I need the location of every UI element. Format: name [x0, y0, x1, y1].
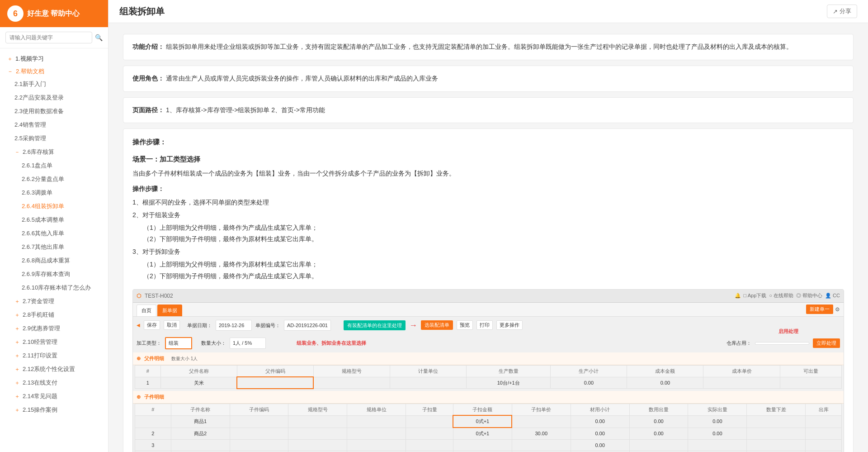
sidebar-item-2-6-7[interactable]: 2.6.7其他出库单	[0, 240, 108, 254]
sidebar-header: 6 好生意 帮助中心	[0, 0, 108, 27]
steps-label: 操作步骤：	[132, 184, 844, 195]
ss-th-available: 可出量	[780, 365, 841, 377]
ss-form-row-1: ◀ 保存 取消 单据日期： 2019-12-26 单据编号： AD-201912…	[133, 317, 844, 335]
ss-icon-apps: □ App下载	[744, 291, 767, 300]
minus-icon: －	[7, 67, 13, 76]
table-row: 1 关米 10台/+1台 0.00 0.00	[135, 377, 842, 389]
ops-label: 操作步骤：	[132, 136, 844, 148]
sidebar-item-2-6-3[interactable]: 2.6.3调拨单	[0, 186, 108, 200]
ss-icon-user: 👤 CC	[825, 291, 840, 300]
ss-icon-flag: 🔔	[735, 291, 741, 300]
ss-qty-value: 1人 / 5%	[230, 338, 266, 349]
page-title: 组装拆卸单	[119, 5, 165, 18]
sidebar-item-2-6-5[interactable]: 2.6.5成本调整单	[0, 213, 108, 227]
sidebar-item-2-6[interactable]: － 2.6库存核算	[0, 145, 108, 159]
sidebar-item-2-14[interactable]: ＋ 2.14常见问题	[0, 390, 108, 403]
role-card: 使用角色： 通常由生产人员或库管人员完成拆装业务的操作，库管人员确认原材料的出库…	[123, 66, 854, 92]
ss-th-spec: 规格型号	[313, 365, 390, 377]
ss-warehouse-label: 仓库占用：	[726, 339, 751, 347]
sidebar-item-2-6-4[interactable]: 2.6.4组装拆卸单	[0, 200, 108, 213]
sidebar-item-2-10[interactable]: ＋ 2.10经营管理	[0, 335, 108, 349]
sidebar-item-1[interactable]: ＋ 1.视频学习	[0, 52, 108, 66]
sidebar-item-2-6-8[interactable]: 2.6.8商品成本重算	[0, 254, 108, 267]
intro-card: 功能介绍： 组装拆卸单用来处理企业组装或拆卸等加工业务，支持有固定装配清单的产品…	[123, 34, 854, 60]
scene1-desc: 当由多个子件材料组装成一个成品的业务为【组装】业务，当由一个父件拆分成多个子产品…	[132, 168, 844, 179]
role-label: 使用角色：	[132, 75, 164, 82]
ss-icon-help: ○ 在线帮助	[769, 291, 793, 300]
step2-2: （2）下部明细为子件明细，最终作为原材料生成某它出库单。	[132, 234, 844, 245]
sidebar: 6 好生意 帮助中心 🔍 ＋ 1.视频学习 － 2.帮助文档 2.1新手入门 2…	[0, 0, 108, 452]
sidebar-item-2-6-10[interactable]: 2.6.10库存账本错了怎么办	[0, 281, 108, 295]
share-button[interactable]: ↗ 分享	[827, 5, 857, 18]
ss-child-section: ⊕ 子件明细	[133, 391, 844, 404]
intro-text: 组装拆卸单用来处理企业组装或拆卸等加工业务，支持有固定装配清单的产品加工业务，也…	[166, 43, 793, 50]
sidebar-item-2-6-2[interactable]: 2.6.2分量盘点单	[0, 172, 108, 186]
ss-date-label: 单据日期：	[187, 321, 212, 330]
table-row: 30.00	[135, 439, 842, 451]
ss-orderid-value: AD-20191226-001	[284, 320, 331, 331]
search-button[interactable]: 🔍	[95, 34, 103, 41]
ss-qty-label: 数量大小：	[201, 339, 226, 347]
minus-icon-2-6: －	[14, 148, 20, 156]
sidebar-item-2[interactable]: － 2.帮助文档	[0, 66, 108, 77]
sidebar-item-2-12[interactable]: ＋ 2.12系统个性化设置	[0, 362, 108, 376]
step2: 2、对于组装业务	[132, 210, 844, 221]
sidebar-item-2-5[interactable]: 2.5采购管理	[0, 132, 108, 145]
sidebar-item-2-6-9[interactable]: 2.6.9库存账本查询	[0, 267, 108, 281]
ss-parent-icon: ⊕	[137, 354, 141, 363]
sidebar-item-2-8[interactable]: ＋ 2.8手机旺铺	[0, 308, 108, 322]
ss-btn-print[interactable]: 打印	[476, 320, 493, 330]
ss-warehouse-input	[755, 342, 809, 345]
ss-btn-save[interactable]: 保存	[144, 320, 160, 330]
sidebar-item-2-6-6[interactable]: 2.6.6其他入库单	[0, 227, 108, 240]
sidebar-item-2-11[interactable]: ＋ 2.11打印设置	[0, 349, 108, 362]
sidebar-item-2-6-1[interactable]: 2.6.1盘点单	[0, 159, 108, 172]
plus-icon: ＋	[7, 55, 13, 63]
ss-type-value: 组装	[165, 337, 192, 349]
step3-2: （2）下部明细为子件明细，最终作为产成品生成某它入库单。	[132, 271, 844, 282]
sidebar-item-2-1[interactable]: 2.1新手入门	[0, 77, 108, 91]
ss-type-label: 加工类型：	[137, 339, 161, 347]
ss-btn-cancel[interactable]: 取消	[164, 320, 180, 330]
ss-th-produce-sub: 生产小计	[551, 365, 627, 377]
ss-btn-extra[interactable]: 预览	[457, 320, 473, 330]
sidebar-item-2-4[interactable]: 2.4销售管理	[0, 118, 108, 132]
ss-btn-new-record[interactable]: 新建单一	[806, 305, 833, 314]
sidebar-item-2-13[interactable]: ＋ 2.13在线支付	[0, 376, 108, 390]
sidebar-item-2-3[interactable]: 2.3使用前数据准备	[0, 105, 108, 118]
logo-icon: 6	[7, 5, 24, 22]
ss-th-parent-name: 父件名称	[160, 365, 237, 377]
ss-parent-table: # 父件名称 父件编码 规格型号 计量单位 生产数量 生产小计 成本金额 成本单…	[135, 365, 842, 389]
ss-tab-list[interactable]: 自页	[137, 305, 156, 316]
ss-th-num: #	[135, 365, 161, 377]
ss-child-table: # 子件名称 子件编码 规格型号 规格单位 子扣量 子扣金额 子扣单价 材用小计…	[135, 404, 842, 452]
table-row: 2 商品2 0式+1 30.00 0.00 0.00 0.00	[135, 428, 842, 439]
step3-1: （1）上部明细为父件明细，最终作为原材料生成某它出库单；	[132, 259, 844, 270]
ss-app-icon: ⬡	[137, 291, 141, 300]
sidebar-item-2-9[interactable]: ＋ 2.9优惠券管理	[0, 322, 108, 335]
ss-orderid-label: 单据编号：	[255, 321, 280, 330]
ss-btn-more[interactable]: 更多操作	[496, 320, 523, 330]
ss-btn-process[interactable]: 选装配清单	[421, 320, 453, 330]
ss-tab-new[interactable]: 新单据	[157, 305, 182, 316]
step3: 3、对于拆卸业务	[132, 247, 844, 257]
ss-child-icon: ⊕	[137, 393, 141, 401]
search-box: 🔍	[0, 27, 108, 48]
table-row: 商品1 0式+1 0.00 0.00 0.00	[135, 415, 842, 428]
ss-annotation3: 启用处理	[778, 327, 798, 336]
sidebar-item-2-7[interactable]: ＋ 2.7资金管理	[0, 295, 108, 308]
ss-th-parent-code: 父件编码	[237, 365, 313, 377]
sidebar-item-2-15[interactable]: ＋ 2.15操作案例	[0, 403, 108, 417]
ss-btn-confirm[interactable]: 立即处理	[813, 338, 840, 348]
sidebar-item-2-2[interactable]: 2.2产品安装及登录	[0, 91, 108, 105]
search-input[interactable]	[5, 32, 92, 43]
ss-icon-settings: ⚙	[835, 305, 840, 314]
scene1-label: 场景一：加工类型选择	[132, 153, 844, 165]
screenshot-container: ⬡ TEST-H002 🔔 □ App下载 ○ 在线帮助 ◎ 帮助中心 👤 CC…	[132, 289, 844, 452]
nav-tree: ＋ 1.视频学习 － 2.帮助文档 2.1新手入门 2.2产品安装及登录 2.3…	[0, 48, 108, 452]
ss-child-table-container: # 子件名称 子件编码 规格型号 规格单位 子扣量 子扣金额 子扣单价 材用小计…	[133, 404, 844, 452]
ss-th-unit: 计量单位	[390, 365, 466, 377]
ss-icon-cc: ◎ 帮助中心	[796, 291, 822, 300]
ss-th-produce-qty: 生产数量	[466, 365, 550, 377]
ss-date-value: 2019-12-26	[216, 320, 252, 331]
